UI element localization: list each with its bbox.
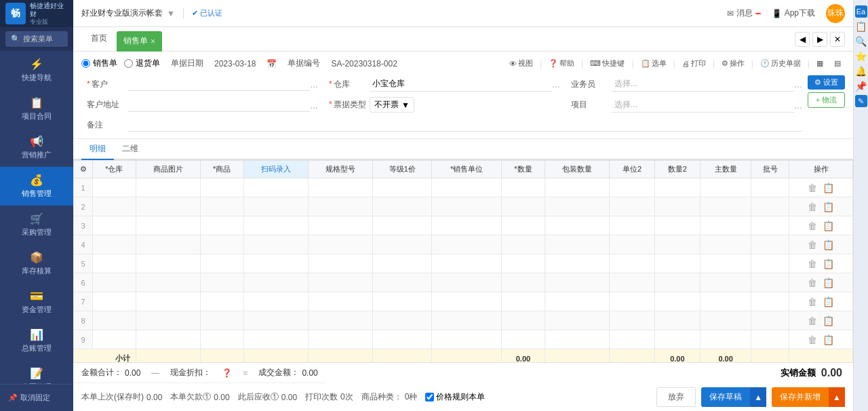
cell-product[interactable] (200, 216, 243, 235)
cell-main-qty[interactable] (700, 311, 751, 330)
tab-bill[interactable]: 销售单 × (117, 31, 162, 52)
row-delete-button[interactable]: 🗑 (806, 277, 818, 288)
tab-erwei[interactable]: 二维 (114, 139, 146, 160)
cell-quantity[interactable] (502, 273, 545, 292)
cell-batch-entry[interactable] (243, 178, 308, 197)
cell-batch[interactable] (751, 235, 789, 254)
cell-quantity[interactable] (502, 216, 545, 235)
cell-warehouse[interactable] (93, 311, 136, 330)
cell-pack-qty[interactable] (545, 254, 609, 273)
save-new-arrow-button[interactable]: ▲ (829, 387, 845, 407)
price-rule-checkbox-input[interactable] (425, 393, 434, 402)
cell-sales-unit[interactable] (432, 311, 502, 330)
cell-batch[interactable] (751, 311, 789, 330)
address-input[interactable] (127, 98, 310, 112)
cell-price1[interactable] (373, 197, 432, 216)
cell-main-qty[interactable] (700, 235, 751, 254)
cell-product[interactable] (200, 292, 243, 311)
col-settings[interactable]: ⚙ (74, 161, 93, 178)
cell-product-img[interactable] (136, 292, 200, 311)
cell-pack-qty[interactable] (545, 216, 609, 235)
cell-pack-qty[interactable] (545, 178, 609, 197)
cell-batch[interactable] (751, 216, 789, 235)
setting-button[interactable]: ⚙ 设置 (808, 75, 845, 90)
radio-return-input[interactable] (124, 59, 133, 68)
row-delete-button[interactable]: 🗑 (806, 296, 818, 307)
cell-unit2[interactable] (610, 235, 655, 254)
right-panel-btn6[interactable]: 📌 (855, 80, 867, 92)
cell-unit2[interactable] (610, 273, 655, 292)
cell-warehouse[interactable] (93, 292, 136, 311)
cell-product-img[interactable] (136, 197, 200, 216)
toolbar-grid-btn2[interactable]: ▤ (830, 58, 845, 69)
remark-input[interactable] (127, 118, 802, 132)
cell-product-img[interactable] (136, 216, 200, 235)
cell-product[interactable] (200, 273, 243, 292)
cell-batch-entry[interactable] (243, 254, 308, 273)
cell-batch[interactable] (751, 178, 789, 197)
cell-main-qty[interactable] (700, 216, 751, 235)
warehouse-dots[interactable]: ... (552, 79, 560, 90)
cell-pack-qty[interactable] (545, 330, 609, 349)
warehouse-input[interactable]: 小宝仓库 (370, 77, 552, 92)
cell-batch-entry[interactable] (243, 216, 308, 235)
right-panel-btn1[interactable]: Ea (855, 5, 867, 18)
row-delete-button[interactable]: 🗑 (806, 201, 818, 212)
calendar-icon[interactable]: 📅 (267, 59, 277, 68)
invoice-select[interactable]: 不开票 ▼ (370, 97, 414, 113)
cell-sales-unit[interactable] (432, 330, 502, 349)
cell-batch-entry[interactable] (243, 235, 308, 254)
right-panel-btn4[interactable]: ⭐ (855, 50, 867, 62)
cell-pack-qty[interactable] (545, 311, 609, 330)
cell-product[interactable] (200, 311, 243, 330)
sidebar-cancel-fixed[interactable]: 📌 取消固定 (5, 390, 68, 406)
cell-price1[interactable] (373, 292, 432, 311)
tab-close-icon[interactable]: × (151, 37, 155, 46)
toolbar-operate-btn[interactable]: ⚙ 操作 (717, 57, 749, 70)
cell-batch[interactable] (751, 273, 789, 292)
save-draft-arrow-button[interactable]: ▲ (750, 387, 766, 407)
row-delete-button[interactable]: 🗑 (806, 220, 818, 231)
cell-spec[interactable] (308, 311, 372, 330)
tab-prev-button[interactable]: ◀ (795, 32, 810, 47)
cell-product[interactable] (200, 254, 243, 273)
cell-sales-unit[interactable] (432, 292, 502, 311)
cell-price1[interactable] (373, 311, 432, 330)
project-input[interactable]: 选择... (612, 98, 794, 113)
cell-price1[interactable] (373, 235, 432, 254)
row-delete-button[interactable]: 🗑 (806, 334, 818, 345)
cell-qty2[interactable] (654, 178, 700, 197)
row-delete-button[interactable]: 🗑 (806, 315, 818, 326)
cell-unit2[interactable] (610, 254, 655, 273)
cell-quantity[interactable] (502, 292, 545, 311)
cell-batch[interactable] (751, 254, 789, 273)
tab-close-all-button[interactable]: ✕ (830, 32, 845, 47)
row-copy-button[interactable]: 📋 (821, 201, 835, 212)
cell-batch[interactable] (751, 197, 789, 216)
sidebar-item-project[interactable]: 📋 项目合同 (0, 90, 73, 128)
sidebar-item-quick-nav[interactable]: ⚡ 快捷导航 (0, 51, 73, 90)
cell-warehouse[interactable] (93, 330, 136, 349)
cell-unit2[interactable] (610, 311, 655, 330)
cell-unit2[interactable] (610, 330, 655, 349)
cell-spec[interactable] (308, 273, 372, 292)
cell-warehouse[interactable] (93, 178, 136, 197)
sidebar-item-ledger[interactable]: 📊 总账管理 (0, 321, 73, 360)
cell-qty2[interactable] (654, 311, 700, 330)
cell-sales-unit[interactable] (432, 178, 502, 197)
sidebar-item-finance[interactable]: 💳 资金管理 (0, 283, 73, 321)
cell-unit2[interactable] (610, 292, 655, 311)
tab-mingxi[interactable]: 明细 (81, 139, 114, 160)
save-new-button[interactable]: 保存并新增 (772, 387, 829, 407)
cell-quantity[interactable] (502, 330, 545, 349)
cell-qty2[interactable] (654, 330, 700, 349)
abandon-button[interactable]: 放弃 (656, 387, 696, 407)
cell-pack-qty[interactable] (545, 197, 609, 216)
cell-pack-qty[interactable] (545, 273, 609, 292)
radio-return[interactable]: 退货单 (124, 58, 160, 69)
cell-product[interactable] (200, 197, 243, 216)
cell-batch-entry[interactable] (243, 292, 308, 311)
tab-next-button[interactable]: ▶ (812, 32, 827, 47)
row-copy-button[interactable]: 📋 (821, 220, 835, 231)
cell-batch-entry[interactable] (243, 311, 308, 330)
